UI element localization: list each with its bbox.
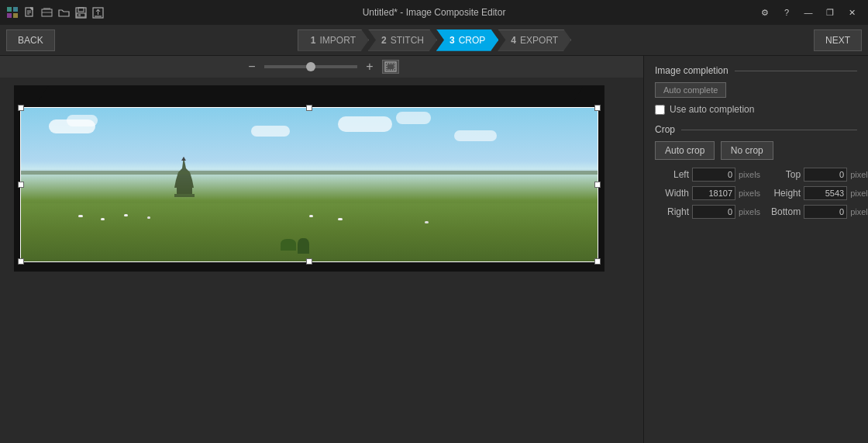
zoom-out-button[interactable]: − — [244, 59, 260, 74]
left-input[interactable] — [692, 168, 735, 182]
height-unit: pixels — [850, 189, 868, 198]
svg-rect-1 — [13, 7, 18, 12]
top-label: Top — [766, 169, 801, 180]
no-crop-button[interactable]: No crop — [721, 141, 773, 160]
bottom-input[interactable] — [804, 205, 847, 219]
svg-rect-2 — [7, 13, 12, 18]
crop-handle-top-left[interactable] — [18, 105, 24, 111]
step-stitch-label: STITCH — [391, 35, 424, 46]
width-label: Width — [655, 188, 689, 199]
crop-overlay[interactable] — [20, 107, 598, 262]
svg-rect-13 — [78, 8, 84, 12]
bottom-field-row: Bottom pixels — [766, 205, 868, 219]
help-button[interactable]: ? — [777, 5, 797, 20]
save-icon[interactable] — [74, 6, 87, 19]
bottom-label: Bottom — [766, 206, 801, 217]
step-import-label: IMPORT — [320, 35, 356, 46]
svg-rect-14 — [77, 13, 85, 17]
step-export[interactable]: 4 EXPORT — [498, 29, 571, 51]
step-import[interactable]: 1 IMPORT — [298, 29, 369, 51]
step-export-label: EXPORT — [520, 35, 558, 46]
app-icon — [6, 6, 19, 19]
new-icon[interactable] — [23, 6, 36, 19]
width-unit: pixels — [739, 189, 760, 198]
wizard-bar: BACK 1 IMPORT 2 STITCH 3 CROP 4 EXPORT N… — [0, 25, 868, 56]
step-stitch[interactable]: 2 STITCH — [368, 29, 437, 51]
left-field-row: Left pixels — [655, 168, 760, 182]
titlebar-left — [6, 6, 104, 19]
left-label: Left — [655, 169, 689, 180]
height-field-row: Height pixels — [766, 186, 868, 200]
use-auto-completion-checkbox[interactable] — [655, 105, 665, 115]
svg-rect-0 — [7, 7, 12, 12]
export-icon[interactable] — [91, 6, 104, 19]
canvas-viewport[interactable] — [0, 78, 643, 443]
zoom-slider[interactable] — [264, 65, 357, 68]
titlebar: Untitled* - Image Composite Editor ⚙ ? —… — [0, 0, 868, 25]
window-title: Untitled* - Image Composite Editor — [363, 7, 506, 18]
crop-section-title: Crop — [655, 124, 857, 135]
width-field-row: Width pixels — [655, 186, 760, 200]
zoom-in-button[interactable]: + — [362, 59, 377, 74]
image-completion-title: Image completion — [655, 65, 857, 76]
crop-fields: Left pixels Top pixels Width pixels Heig… — [655, 168, 857, 220]
left-unit: pixels — [739, 170, 760, 179]
panorama-border-top — [14, 85, 604, 107]
use-auto-completion-label[interactable]: Use auto completion — [670, 104, 754, 115]
image-completion-section: Image completion Auto complete Use auto … — [655, 65, 857, 115]
panorama-container — [14, 85, 604, 272]
top-input[interactable] — [804, 168, 847, 182]
step-export-num: 4 — [511, 35, 516, 46]
top-field-row: Top pixels — [766, 168, 868, 182]
right-label: Right — [655, 206, 689, 217]
svg-rect-15 — [78, 14, 81, 16]
svg-rect-10 — [43, 8, 50, 9]
wizard-steps: 1 IMPORT 2 STITCH 3 CROP 4 EXPORT — [298, 29, 570, 51]
svg-rect-3 — [13, 13, 18, 18]
zoom-bar: − + — [0, 56, 643, 78]
open-icon[interactable] — [57, 6, 70, 19]
svg-rect-20 — [387, 64, 394, 70]
restore-button[interactable]: ❐ — [820, 5, 840, 20]
zoom-fit-button[interactable] — [382, 60, 399, 74]
right-input[interactable] — [692, 205, 735, 219]
step-import-num: 1 — [311, 35, 316, 46]
crop-handle-middle-left[interactable] — [18, 182, 24, 188]
minimize-button[interactable]: — — [798, 5, 818, 20]
crop-handle-top-center[interactable] — [306, 105, 312, 111]
step-stitch-num: 2 — [381, 35, 387, 46]
right-field-row: Right pixels — [655, 205, 760, 219]
canvas-area: − + — [0, 56, 643, 443]
back-button[interactable]: BACK — [6, 29, 55, 51]
step-crop-label: CROP — [459, 35, 486, 46]
close-button[interactable]: ✕ — [842, 5, 862, 20]
right-unit: pixels — [739, 207, 760, 216]
bottom-unit: pixels — [850, 207, 868, 216]
right-panel: Image completion Auto complete Use auto … — [643, 56, 868, 443]
crop-buttons: Auto crop No crop — [655, 141, 857, 168]
top-unit: pixels — [850, 170, 868, 179]
crop-handle-bottom-left[interactable] — [18, 258, 24, 265]
next-button[interactable]: NEXT — [814, 29, 862, 51]
crop-handle-bottom-right[interactable] — [594, 258, 601, 265]
layers-icon[interactable] — [40, 6, 53, 19]
use-auto-completion-row: Use auto completion — [655, 104, 857, 115]
crop-handle-middle-right[interactable] — [594, 182, 601, 188]
settings-button[interactable]: ⚙ — [755, 5, 775, 20]
auto-crop-button[interactable]: Auto crop — [655, 141, 715, 160]
width-input[interactable] — [692, 186, 735, 200]
titlebar-right: ⚙ ? — ❐ ✕ — [755, 5, 862, 20]
step-crop-num: 3 — [450, 35, 455, 46]
height-label: Height — [766, 188, 801, 199]
crop-section: Crop Auto crop No crop Left pixels Top p… — [655, 124, 857, 220]
panorama-border-right — [598, 85, 604, 272]
panorama-border-left — [14, 85, 20, 272]
step-crop[interactable]: 3 CROP — [436, 29, 498, 51]
crop-handle-bottom-center[interactable] — [306, 258, 312, 265]
crop-handle-top-right[interactable] — [594, 105, 601, 111]
auto-complete-button[interactable]: Auto complete — [655, 82, 726, 98]
svg-rect-9 — [42, 9, 52, 16]
main-layout: − + — [0, 56, 868, 443]
height-input[interactable] — [804, 186, 847, 200]
